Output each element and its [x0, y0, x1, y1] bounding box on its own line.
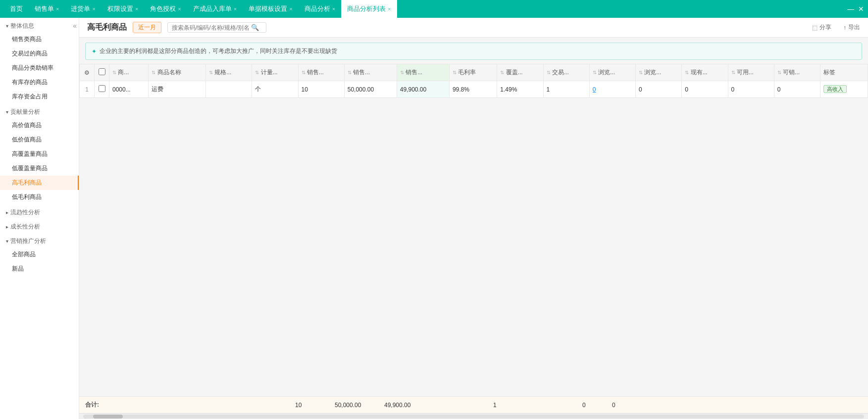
close-product-analysis[interactable]: ×	[332, 6, 335, 12]
close-role-auth[interactable]: ×	[178, 6, 181, 12]
sidebar-item-new-goods[interactable]: 新品	[0, 262, 79, 276]
settings-icon[interactable]: ⚙	[84, 69, 90, 76]
col-name[interactable]: ⇅ 商品名称	[149, 64, 206, 81]
sidebar-item-low-margin[interactable]: 低毛利商品	[0, 190, 79, 204]
sidebar-group-growth[interactable]: ▸ 成长性分析	[0, 219, 79, 233]
scrollbar-track[interactable]	[83, 415, 864, 419]
col-spec[interactable]: ⇅ 规格...	[206, 64, 252, 81]
row-coverage: 1.49%	[497, 81, 543, 98]
nav-sales-order[interactable]: 销售单 ×	[29, 0, 65, 18]
sort-icon-transaction: ⇅	[547, 70, 551, 75]
col-code[interactable]: ⇅ 商...	[109, 64, 149, 81]
chevron-right-icon: ▸	[6, 210, 8, 215]
col-browse1[interactable]: ⇅ 浏览...	[589, 64, 635, 81]
row-sale-profit: 49,900.00	[397, 81, 449, 98]
sidebar-item-in-stock[interactable]: 有库存的商品	[0, 75, 79, 90]
sort-icon-sale-amount: ⇅	[348, 70, 352, 75]
col-checkbox	[95, 64, 109, 81]
close-product-inbound[interactable]: ×	[234, 6, 237, 12]
scrollbar-thumb[interactable]	[93, 415, 123, 419]
chevron-down-icon-3: ▾	[6, 238, 8, 244]
nav-purchase-order[interactable]: 进货单 ×	[65, 0, 101, 18]
row-name: 运费	[149, 81, 206, 98]
col-sellable-stock[interactable]: ⇅ 可销...	[774, 64, 820, 81]
product-table: ⚙ ⇅ 商... ⇅ 商品名称	[79, 64, 868, 98]
row-browse1[interactable]: 0	[589, 81, 635, 98]
sort-icon-available: ⇅	[731, 70, 735, 75]
nav-product-analysis[interactable]: 商品分析 ×	[299, 0, 341, 18]
close-permission-settings[interactable]: ×	[135, 6, 138, 12]
sidebar-item-low-value[interactable]: 低价值商品	[0, 133, 79, 147]
window-minimize[interactable]: —	[847, 5, 854, 13]
sidebar-item-all-goods[interactable]: 全部商品	[0, 247, 79, 262]
row-checkbox[interactable]	[99, 85, 105, 92]
chevron-down-icon-2: ▾	[6, 109, 8, 115]
info-icon: ✦	[92, 48, 97, 55]
sidebar-item-high-coverage[interactable]: 高覆盖量商品	[0, 147, 79, 161]
sidebar-group-contribution[interactable]: ▾ 贡献量分析	[0, 104, 79, 118]
col-sale-qty[interactable]: ⇅ 销售...	[298, 64, 344, 81]
nav-home[interactable]: 首页	[4, 0, 29, 18]
sidebar-item-stock-capital[interactable]: 库存资金占用	[0, 90, 79, 104]
close-voucher-template[interactable]: ×	[289, 6, 292, 12]
sort-icon-sale-qty: ⇅	[302, 70, 306, 75]
col-current-stock[interactable]: ⇅ 现有...	[682, 64, 728, 81]
nav-product-analysis-list[interactable]: 商品分析列表 ×	[341, 0, 397, 18]
sort-icon-name: ⇅	[152, 70, 155, 75]
share-button[interactable]: ⬚ 分享	[812, 23, 831, 32]
sidebar-item-category-rate[interactable]: 商品分类助销率	[0, 61, 79, 75]
col-transaction[interactable]: ⇅ 交易...	[543, 64, 589, 81]
close-product-analysis-list[interactable]: ×	[388, 6, 391, 12]
sort-icon-browse2: ⇅	[639, 70, 643, 75]
sort-icon: ⇅	[112, 70, 116, 75]
footer-available-stock: 0	[609, 402, 639, 409]
sidebar-item-high-value[interactable]: 高价值商品	[0, 118, 79, 133]
row-current-stock: 0	[682, 81, 728, 98]
sidebar-item-traded-goods[interactable]: 交易过的商品	[0, 47, 79, 61]
search-icon[interactable]: 🔍	[251, 24, 259, 31]
col-sale-profit[interactable]: ⇅ 销售...	[397, 64, 449, 81]
sidebar-item-sales-goods[interactable]: 销售类商品	[0, 32, 79, 47]
row-checkbox-cell[interactable]	[95, 81, 109, 98]
footer-transaction: 1	[490, 402, 520, 409]
window-controls: — ✕	[847, 5, 864, 13]
col-sale-amount[interactable]: ⇅ 销售...	[344, 64, 397, 81]
nav-voucher-template[interactable]: 单据模板设置 ×	[243, 0, 298, 18]
sort-icon-browse1: ⇅	[593, 70, 597, 75]
close-purchase-order[interactable]: ×	[92, 6, 95, 12]
row-number: 1	[80, 81, 95, 98]
page-title: 高毛利商品	[87, 22, 127, 33]
footer-values: 10 50,000.00 49,900.00 1 0 0	[109, 402, 862, 409]
filter-recent-month-button[interactable]: 近一月	[133, 22, 161, 33]
nav-product-inbound[interactable]: 产成品入库单 ×	[187, 0, 243, 18]
nav-permission-settings[interactable]: 权限设置 ×	[102, 0, 144, 18]
sort-icon-sellable: ⇅	[777, 70, 781, 75]
col-available-stock[interactable]: ⇅ 可用...	[728, 64, 774, 81]
col-browse2[interactable]: ⇅ 浏览...	[636, 64, 682, 81]
export-button[interactable]: ↑ 导出	[843, 23, 860, 32]
col-tag[interactable]: 标签	[820, 64, 868, 81]
sidebar-group-overall[interactable]: ▾ 整体信息	[0, 18, 79, 32]
sidebar-item-high-margin[interactable]: 高毛利商品	[0, 176, 79, 190]
sidebar-collapse-button[interactable]: «	[73, 22, 77, 30]
select-all-checkbox[interactable]	[99, 68, 105, 75]
sort-icon-coverage: ⇅	[500, 70, 504, 75]
col-gross-rate[interactable]: ⇅ 毛利率	[449, 64, 497, 81]
horizontal-scrollbar[interactable]	[79, 413, 868, 419]
col-unit[interactable]: ⇅ 计量...	[252, 64, 298, 81]
window-close[interactable]: ✕	[858, 5, 864, 13]
sidebar-group-trend[interactable]: ▸ 流趋性分析	[0, 204, 79, 219]
footer-label: 合计:	[85, 401, 99, 409]
row-sellable-stock: 0	[774, 81, 820, 98]
sidebar-group-marketing[interactable]: ▾ 营销推广分析	[0, 233, 79, 247]
close-sales-order[interactable]: ×	[56, 6, 59, 12]
col-settings[interactable]: ⚙	[80, 64, 95, 81]
row-unit: 个	[252, 81, 298, 98]
row-sale-amount: 50,000.00	[344, 81, 397, 98]
top-navigation: 首页 销售单 × 进货单 × 权限设置 × 角色授权 × 产成品入库单 × 单据…	[0, 0, 868, 18]
col-coverage[interactable]: ⇅ 覆盖...	[497, 64, 543, 81]
sidebar-item-low-coverage[interactable]: 低覆盖量商品	[0, 161, 79, 176]
nav-role-auth[interactable]: 角色授权 ×	[144, 0, 187, 18]
row-transaction: 1	[543, 81, 589, 98]
search-input[interactable]	[172, 24, 251, 31]
